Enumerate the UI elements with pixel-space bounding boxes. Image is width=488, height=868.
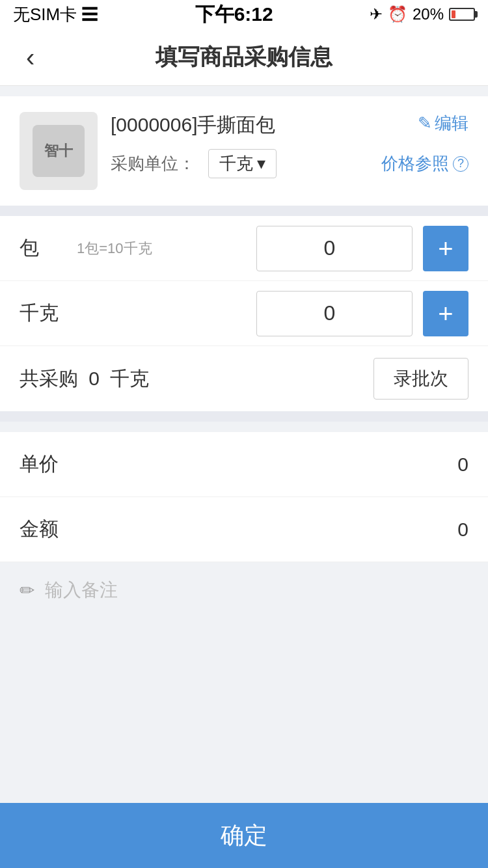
battery-icon <box>449 8 475 21</box>
bao-field-wrap: + <box>152 226 468 271</box>
note-input-row[interactable]: ✏ 输入备注 <box>20 578 468 603</box>
product-image: 智十 <box>20 112 98 190</box>
unit-price-label: 单价 <box>20 451 59 478</box>
price-info-section: 单价 0 金额 0 <box>0 432 488 562</box>
edit-icon: ✎ <box>418 113 432 133</box>
total-row: 共采购 0 千克 录批次 <box>0 346 488 411</box>
product-name: [0000006]手撕面包 <box>111 112 275 139</box>
nav-bar: ‹ 填写商品采购信息 <box>0 29 488 86</box>
amount-value: 0 <box>457 519 468 541</box>
unit-price-value: 0 <box>457 454 468 476</box>
status-left: 无SIM卡 ☰ <box>13 3 98 26</box>
price-ref-button[interactable]: 价格参照 ? <box>381 152 468 175</box>
product-logo: 智十 <box>33 125 85 177</box>
unit-selector: 采购单位： 千克 ▾ <box>111 149 277 178</box>
product-card: 智十 [0000006]手撕面包 ✎ 编辑 采购单位： 千克 ▾ <box>0 96 488 206</box>
bao-sublabel: 1包=10千克 <box>77 239 152 258</box>
divider-2 <box>0 411 488 422</box>
status-time: 下午6:12 <box>195 1 273 28</box>
bao-input-row: 包 1包=10千克 + <box>0 216 488 281</box>
info-icon: ? <box>453 156 468 172</box>
carrier-text: 无SIM卡 ☰ <box>13 3 98 26</box>
total-value: 0 <box>88 368 100 389</box>
divider-1 <box>0 206 488 216</box>
bao-plus-button[interactable]: + <box>423 226 468 271</box>
kg-field-wrap: + <box>72 291 468 336</box>
unit-price-row: 单价 0 <box>0 432 488 497</box>
kg-plus-button[interactable]: + <box>423 291 468 336</box>
amount-row: 金额 0 <box>0 497 488 562</box>
product-info: [0000006]手撕面包 ✎ 编辑 采购单位： 千克 ▾ 价格参照 ? <box>111 112 468 178</box>
input-section: 包 1包=10千克 + 千克 + 共采购 0 千克 录批次 <box>0 216 488 411</box>
kg-label: 千克 <box>20 300 72 327</box>
amount-label: 金额 <box>20 516 59 543</box>
unit-select[interactable]: 千克 ▾ <box>208 149 277 178</box>
bao-input[interactable] <box>256 226 413 271</box>
battery-percent: 20% <box>413 5 444 23</box>
product-name-row: [0000006]手撕面包 ✎ 编辑 <box>111 112 468 139</box>
alarm-icon: ⏰ <box>388 5 407 23</box>
batch-button[interactable]: 录批次 <box>373 358 468 400</box>
total-text: 共采购 0 千克 <box>20 366 149 392</box>
edit-button[interactable]: ✎ 编辑 <box>418 112 468 135</box>
page-title: 填写商品采购信息 <box>156 42 332 72</box>
chevron-down-icon: ▾ <box>257 154 265 174</box>
product-unit-row: 采购单位： 千克 ▾ 价格参照 ? <box>111 149 468 178</box>
pencil-icon: ✏ <box>20 580 34 601</box>
kg-input-row: 千克 + <box>0 281 488 346</box>
status-right: ✈ ⏰ 20% <box>370 5 475 23</box>
status-bar: 无SIM卡 ☰ 下午6:12 ✈ ⏰ 20% <box>0 0 488 29</box>
bao-label: 包 <box>20 235 72 262</box>
note-section: ✏ 输入备注 <box>0 562 488 718</box>
note-placeholder: 输入备注 <box>45 578 118 603</box>
unit-label: 采购单位： <box>111 154 195 173</box>
kg-input[interactable] <box>256 291 413 336</box>
back-button[interactable]: ‹ <box>20 38 41 77</box>
confirm-button[interactable]: 确定 <box>0 803 488 868</box>
location-icon: ✈ <box>370 5 383 23</box>
